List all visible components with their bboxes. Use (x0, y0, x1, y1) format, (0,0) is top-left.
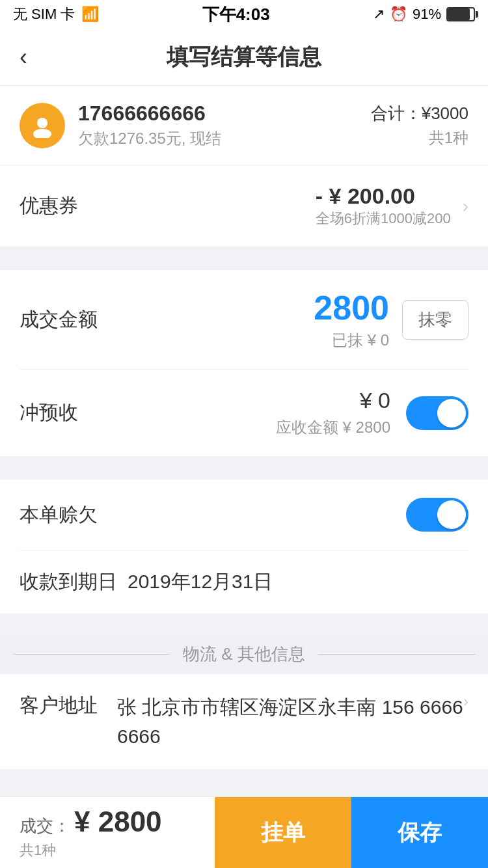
prepay-row: 冲预收 ¥ 0 应收金额 ¥ 2800 (20, 370, 468, 456)
avatar (20, 103, 65, 148)
user-phone: 17666666666 (78, 102, 221, 126)
battery-icon (446, 7, 475, 21)
debt-label: 本单赊欠 (20, 502, 98, 528)
round-button[interactable]: 抹零 (402, 300, 468, 340)
due-date-row: 收款到期日 2019年12月31日 (20, 550, 468, 614)
coupon-desc: 全场6折满1000减200 (316, 209, 451, 228)
hold-button[interactable]: 挂单 (215, 797, 351, 869)
debt-toggle[interactable] (406, 498, 468, 532)
user-left: 17666666666 欠款1276.35元, 现结 (20, 102, 221, 149)
total-label: 合计：¥3000 (371, 102, 468, 125)
section-divider-1 (0, 257, 488, 270)
bottom-total-row: 成交： ¥ 2800 (20, 806, 195, 838)
bottom-bar: 成交： ¥ 2800 共1种 挂单 保存 (0, 796, 488, 868)
user-details: 17666666666 欠款1276.35元, 现结 (78, 102, 221, 149)
logistics-divider: 物流 & 其他信息 (0, 634, 488, 673)
debt-row: 本单赊欠 (20, 480, 468, 550)
save-button[interactable]: 保存 (351, 797, 488, 869)
total-count: 共1种 (371, 128, 468, 148)
prepay-label: 冲预收 (20, 400, 78, 426)
status-bar: 无 SIM 卡 📶 下午4:03 ↗ ⏰ 91% (0, 0, 488, 29)
debt-toggle-knob (437, 500, 466, 529)
page-title: 填写结算等信息 (167, 42, 321, 72)
address-value: 张 北京市市辖区海淀区永丰南 156 6666 6666 (117, 692, 463, 751)
coupon-label: 优惠券 (20, 193, 78, 219)
due-date-value: 2019年12月31日 (128, 569, 273, 595)
coupon-right: - ¥ 200.00 全场6折满1000减200 › (316, 183, 468, 228)
status-right: ↗ ⏰ 91% (373, 6, 475, 23)
user-right: 合计：¥3000 共1种 (371, 102, 468, 148)
user-subtext: 欠款1276.35元, 现结 (78, 128, 221, 149)
status-left: 无 SIM 卡 📶 (13, 5, 99, 24)
amount-section: 成交金额 2800 已抹 ¥ 0 抹零 冲预收 ¥ 0 应收金额 ¥ 2800 (0, 270, 488, 456)
prepay-toggle[interactable] (406, 396, 468, 430)
prepay-value: ¥ 0 (360, 388, 390, 413)
toggle-knob (437, 399, 466, 427)
no-sim-text: 无 SIM 卡 (13, 5, 75, 24)
deal-amount-value: 2800 (314, 288, 389, 327)
debt-section: 本单赊欠 收款到期日 2019年12月31日 (0, 480, 488, 614)
logistics-text: 物流 & 其他信息 (183, 643, 305, 666)
prepay-right-container: ¥ 0 应收金额 ¥ 2800 (276, 388, 468, 438)
back-button[interactable]: ‹ (20, 44, 27, 71)
main-content: 17666666666 欠款1276.35元, 现结 合计：¥3000 共1种 … (0, 86, 488, 868)
section-divider-3 (0, 614, 488, 624)
battery-fill (448, 8, 470, 20)
bottom-deal-label: 成交： (20, 815, 70, 837)
address-chevron: › (463, 692, 468, 711)
prepay-values: ¥ 0 应收金额 ¥ 2800 (276, 388, 390, 438)
deal-amount-values: 2800 已抹 ¥ 0 (314, 288, 389, 351)
coupon-row[interactable]: 优惠券 - ¥ 200.00 全场6折满1000减200 › (0, 165, 488, 247)
svg-point-0 (37, 118, 47, 128)
battery-percent: 91% (413, 6, 441, 23)
status-time: 下午4:03 (202, 3, 270, 26)
location-icon: ↗ (373, 6, 385, 23)
user-info-card: 17666666666 欠款1276.35元, 现结 合计：¥3000 共1种 … (0, 86, 488, 247)
deal-amount-row: 成交金额 2800 已抹 ¥ 0 抹零 (20, 270, 468, 370)
bottom-deal-value: ¥ 2800 (74, 806, 162, 838)
deal-amount-right: 2800 已抹 ¥ 0 抹零 (314, 288, 468, 351)
bottom-count: 共1种 (20, 841, 195, 860)
section-divider-2 (0, 456, 488, 469)
user-row: 17666666666 欠款1276.35元, 现结 合计：¥3000 共1种 (0, 86, 488, 165)
address-section[interactable]: 客户地址 张 北京市市辖区海淀区永丰南 156 6666 6666 › (0, 674, 488, 769)
wifi-icon: 📶 (81, 6, 99, 23)
svg-point-1 (33, 129, 51, 138)
coupon-discount: - ¥ 200.00 (316, 183, 451, 209)
bottom-info: 成交： ¥ 2800 共1种 (0, 806, 215, 860)
logistics-line-right (318, 654, 475, 655)
prepay-desc: 应收金额 ¥ 2800 (276, 417, 390, 438)
deal-amount-sub: 已抹 ¥ 0 (314, 330, 389, 351)
address-label: 客户地址 (20, 692, 98, 719)
deal-amount-label: 成交金额 (20, 306, 98, 333)
nav-bar: ‹ 填写结算等信息 (0, 29, 488, 86)
logistics-line-left (13, 654, 170, 655)
alarm-icon: ⏰ (390, 6, 407, 23)
due-date-label: 收款到期日 (20, 569, 117, 595)
coupon-chevron: › (463, 196, 468, 217)
